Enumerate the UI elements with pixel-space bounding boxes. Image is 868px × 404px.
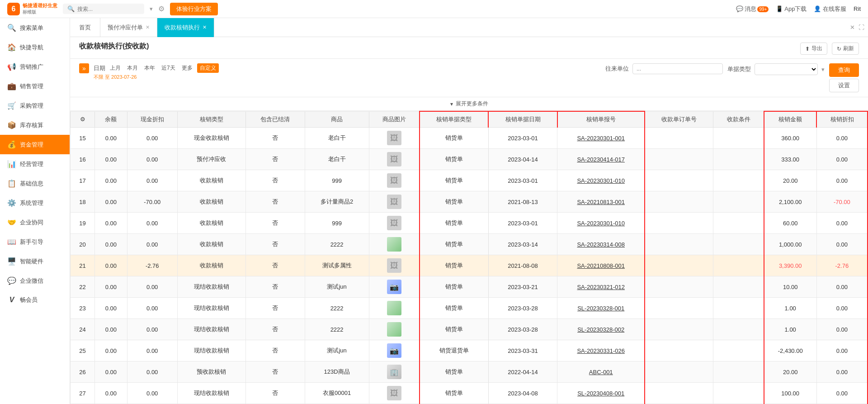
date-btn-custom[interactable]: 自定义: [197, 63, 219, 73]
expand-more-btn[interactable]: ▾ 展开更多条件: [448, 97, 491, 110]
sidebar-label-finance: 资金管理: [20, 141, 43, 149]
cell-balance: 0.00: [95, 361, 127, 383]
tab-window-close-icon[interactable]: ✕: [850, 24, 855, 31]
tab-prepay-close[interactable]: ✕: [146, 24, 150, 30]
top-search[interactable]: 🔍: [63, 4, 144, 14]
cell-cancel-discount: 0.00: [816, 170, 868, 191]
sidebar-item-quick[interactable]: 🏠 快捷导航: [0, 38, 70, 57]
cell-cancel-type: 收款核销: [177, 213, 245, 234]
cell-cancel-bill-no[interactable]: SL-20230328-001: [557, 298, 645, 319]
cell-cancel-bill-no[interactable]: SA-20230301-010: [557, 170, 645, 191]
cell-cancel-bill-no[interactable]: SL-20230328-002: [557, 319, 645, 340]
cell-goods-image: [369, 319, 420, 340]
cell-cancel-amount: 20.00: [764, 170, 816, 191]
sidebar-item-guide[interactable]: 📖 新手引导: [0, 232, 70, 252]
cell-cancel-type: 收款核销: [177, 255, 245, 276]
cell-cancel-bill-type: 销货单: [420, 149, 488, 170]
date-btn-last-month[interactable]: 上月: [108, 63, 123, 73]
cell-cancel-bill-no[interactable]: SA-20230321-012: [557, 276, 645, 298]
cell-cancel-bill-type: 销货单: [420, 298, 488, 319]
cell-cancel-bill-no[interactable]: SA-20230301-001: [557, 128, 645, 149]
cell-seq: 20: [71, 234, 95, 255]
marketing-icon: 📢: [7, 62, 16, 71]
sidebar-item-hardware[interactable]: 🖥️ 智能硬件: [0, 252, 70, 271]
sidebar-item-member[interactable]: V 畅会员: [0, 290, 70, 309]
bill-type-select[interactable]: [755, 63, 818, 75]
cell-goods: 多计量商品2: [305, 191, 369, 213]
tab-home[interactable]: 首页: [70, 18, 100, 37]
cell-cash-discount: 0.00: [127, 361, 177, 383]
sidebar-label-basic: 基础信息: [20, 180, 43, 188]
main-content: 首页 预付冲应付单 ✕ 收款核销执行 ✕ ✕ ⛶ 收款核销执行(按收款): [70, 18, 868, 404]
sidebar-item-basic[interactable]: 📋 基础信息: [0, 174, 70, 193]
cell-seq: 16: [71, 149, 95, 170]
cell-cancel-bill-no[interactable]: SA-20230301-010: [557, 213, 645, 234]
date-btn-this-year[interactable]: 本年: [142, 63, 157, 73]
table-row: 270.000.00现结收款核销否衣服00001🖼销货单2023-04-08SL…: [71, 383, 868, 404]
cell-seq: 24: [71, 319, 95, 340]
date-btn-7days[interactable]: 近7天: [160, 63, 177, 73]
sidebar-item-purchase[interactable]: 🛒 采购管理: [0, 96, 70, 115]
data-table: ⚙ 余额 现金折扣 核销类型 包含已结清 商品 商品图片 核销单据类型 核销单据…: [70, 111, 868, 404]
cell-cancel-bill-no[interactable]: SL-20230408-001: [557, 383, 645, 404]
tab-prepay[interactable]: 预付冲应付单 ✕: [100, 18, 157, 37]
sidebar-item-search[interactable]: 🔍 搜索菜单: [0, 18, 70, 38]
sidebar-item-operations[interactable]: 📊 经营管理: [0, 154, 70, 174]
cell-receipt-condition: [713, 149, 764, 170]
cell-cancel-discount: -70.00: [816, 191, 868, 213]
cell-cancel-bill-no[interactable]: SA-20210813-001: [557, 191, 645, 213]
search-menu-icon: 🔍: [7, 24, 16, 32]
sidebar-item-collab[interactable]: 🤝 企业协同: [0, 213, 70, 232]
cell-balance: 0.00: [95, 340, 127, 361]
sidebar-item-system[interactable]: ⚙️ 系统管理: [0, 193, 70, 213]
cell-include-settled: 否: [245, 276, 305, 298]
cell-cancel-bill-type: 销货退货单: [420, 340, 488, 361]
cell-goods: 2222: [305, 319, 369, 340]
filter-expand-btn[interactable]: »: [79, 63, 89, 73]
wechat-icon: 💬: [7, 276, 16, 285]
refresh-btn[interactable]: ↻ 刷新: [832, 43, 859, 55]
tab-expand-icon[interactable]: ⛶: [859, 24, 864, 31]
gear-icon[interactable]: ⚙: [158, 5, 165, 13]
sidebar-item-finance[interactable]: 💰 资金管理: [0, 135, 70, 154]
bill-type-label: 单据类型: [727, 65, 751, 73]
cell-cancel-bill-no[interactable]: SA-20230331-026: [557, 340, 645, 361]
sidebar-item-sales[interactable]: 💼 销售管理: [0, 76, 70, 96]
tab-receipt-close[interactable]: ✕: [203, 24, 207, 30]
cell-cancel-bill-date: 2023-03-01: [488, 170, 557, 191]
sidebar-label-hardware: 智能硬件: [20, 257, 43, 266]
date-btn-this-month[interactable]: 本月: [125, 63, 140, 73]
cell-include-settled: 否: [245, 383, 305, 404]
table-row: 220.000.00现结收款核销否测试jun📷销货单2023-03-21SA-2…: [71, 276, 868, 298]
date-btn-more[interactable]: 更多: [180, 63, 194, 73]
online-service[interactable]: 👤 在线客服: [814, 5, 846, 13]
cell-cancel-bill-date: 2023-03-28: [488, 319, 557, 340]
cell-balance: 0.00: [95, 213, 127, 234]
top-search-input[interactable]: [77, 6, 132, 12]
from-unit-label: 往来单位: [605, 65, 629, 73]
cell-cancel-bill-no[interactable]: SA-20230414-017: [557, 149, 645, 170]
cell-cancel-bill-no[interactable]: SA-20210808-001: [557, 255, 645, 276]
cell-cancel-bill-date: 2022-04-14: [488, 361, 557, 383]
query-btn[interactable]: 查询: [829, 63, 859, 77]
from-unit-input[interactable]: [632, 63, 723, 74]
sidebar-item-inventory[interactable]: 📦 库存核算: [0, 115, 70, 135]
cell-cash-discount: -2.76: [127, 255, 177, 276]
cell-goods: 老白干: [305, 149, 369, 170]
industry-btn[interactable]: 体验行业方案: [170, 3, 218, 15]
cell-cancel-bill-no[interactable]: SA-20230314-008: [557, 234, 645, 255]
tab-receipt[interactable]: 收款核销执行 ✕: [157, 18, 214, 37]
table-row: 180.00-70.00收款核销否多计量商品2🖼销货单2021-08-13SA-…: [71, 191, 868, 213]
cell-goods-image: 🖼: [369, 255, 420, 276]
sidebar-item-marketing[interactable]: 📢 营销推广: [0, 57, 70, 76]
sales-icon: 💼: [7, 82, 16, 90]
cell-seq: 25: [71, 340, 95, 361]
app-download[interactable]: 📱 App下载: [776, 5, 807, 13]
sidebar-item-wechat[interactable]: 💬 企业微信: [0, 271, 70, 290]
export-btn[interactable]: ⬆ 导出: [800, 43, 827, 55]
cell-goods-image: 🏢: [369, 361, 420, 383]
setting-btn[interactable]: 设置: [829, 79, 859, 92]
cell-cancel-bill-no[interactable]: ABC-001: [557, 361, 645, 383]
cell-cash-discount: 0.00: [127, 170, 177, 191]
message-icon[interactable]: 💬 消息99+: [736, 5, 769, 13]
